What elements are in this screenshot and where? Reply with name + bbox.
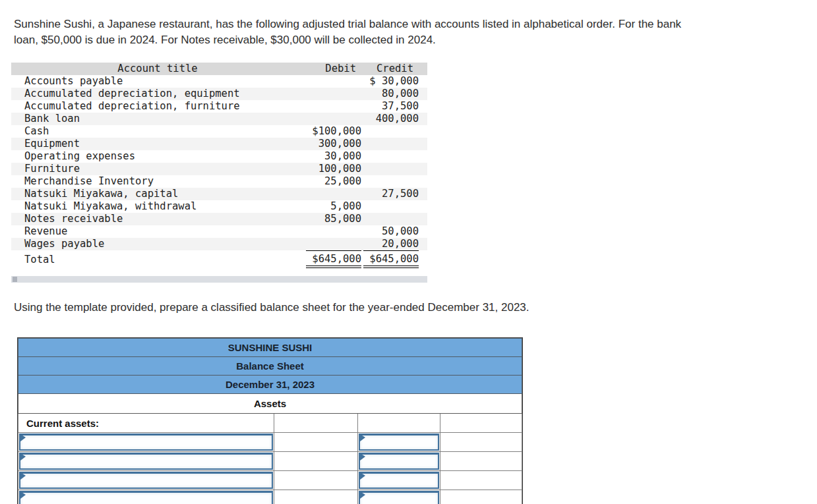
- dropdown-triangle-icon: [20, 434, 26, 441]
- horizontal-scrollbar[interactable]: [11, 276, 427, 283]
- table-row: Operating expenses 30,000: [11, 150, 427, 163]
- instruction-text: Using the template provided, prepare a c…: [14, 301, 530, 314]
- credit-value: 37,500: [361, 100, 419, 113]
- credit-value: [361, 175, 419, 188]
- section-header-assets: Assets: [18, 394, 522, 414]
- table-row: Equipment 300,000: [11, 138, 427, 150]
- empty-cell: [440, 414, 522, 433]
- account-name: Equipment: [11, 138, 304, 150]
- table-row: Accounts payable $ 30,000: [11, 75, 427, 88]
- credit-value: 27,500: [361, 188, 419, 200]
- table-row: Natsuki Miyakawa, withdrawal 5,000: [11, 200, 427, 213]
- debit-value: [304, 88, 361, 100]
- entry-row: [18, 433, 522, 452]
- column-header-debit: Debit: [304, 63, 361, 75]
- entry-row: [18, 452, 522, 471]
- table-row: Merchandise Inventory 25,000: [11, 175, 427, 188]
- total-debit: $645,000: [306, 250, 361, 268]
- account-name: Wages payable: [11, 238, 304, 250]
- empty-cell: [440, 433, 522, 452]
- amount-entry-cell[interactable]: [359, 491, 439, 504]
- account-name: Accumulated depreciation, equipment: [11, 88, 304, 100]
- empty-cell: [274, 452, 358, 471]
- current-assets-row: Current assets:: [18, 414, 522, 433]
- empty-cell: [274, 414, 358, 433]
- statement-title: Balance Sheet: [18, 357, 522, 376]
- account-name: Bank loan: [11, 113, 304, 125]
- account-name: Furniture: [11, 163, 304, 175]
- template-header-company: SUNSHINE SUSHI: [18, 339, 522, 357]
- total-label: Total: [11, 250, 304, 270]
- account-entry-cell[interactable]: [19, 491, 273, 504]
- trial-balance-header-row: Account title Debit Credit: [11, 63, 427, 75]
- debit-value: 25,000: [304, 175, 361, 188]
- account-entry-cell[interactable]: [19, 472, 273, 489]
- credit-value: [361, 125, 419, 138]
- column-header-account-title: Account title: [11, 63, 304, 75]
- debit-value: 30,000: [304, 150, 361, 163]
- table-row: Wages payable 20,000: [11, 238, 427, 250]
- total-row: Total $645,000 $645,000: [11, 250, 427, 270]
- dropdown-triangle-icon: [360, 434, 365, 441]
- debit-value: [304, 225, 361, 238]
- entry-row: [18, 471, 522, 490]
- table-row: Accumulated depreciation, furniture 37,5…: [11, 100, 427, 113]
- table-row: Cash $100,000: [11, 125, 427, 138]
- account-entry-cell[interactable]: [19, 434, 273, 451]
- table-row: Furniture 100,000: [11, 163, 427, 175]
- account-name: Revenue: [11, 225, 304, 238]
- amount-entry-cell[interactable]: [359, 434, 439, 451]
- debit-value: [304, 75, 361, 88]
- dropdown-triangle-icon: [20, 472, 26, 480]
- credit-value: [361, 150, 419, 163]
- dropdown-triangle-icon: [360, 491, 365, 499]
- problem-statement: Sunshine Sushi, a Japanese restaurant, h…: [14, 16, 681, 47]
- debit-value: [304, 188, 361, 200]
- template-header-statement: Balance Sheet: [18, 357, 522, 376]
- debit-value: $100,000: [304, 125, 361, 138]
- credit-value: 50,000: [361, 225, 419, 238]
- account-entry-cell[interactable]: [19, 453, 273, 470]
- credit-value: $ 30,000: [361, 75, 419, 88]
- empty-cell: [440, 471, 522, 490]
- credit-value: 20,000: [361, 238, 419, 250]
- account-name: Accounts payable: [11, 75, 304, 88]
- debit-value: [304, 238, 361, 250]
- scrollbar-thumb[interactable]: [13, 277, 17, 282]
- account-name: Operating expenses: [11, 150, 304, 163]
- credit-value: [361, 200, 419, 213]
- current-assets-label: Current assets:: [18, 414, 274, 433]
- account-name: Natsuki Miyakawa, capital: [11, 188, 304, 200]
- table-row: Accumulated depreciation, equipment 80,0…: [11, 88, 427, 100]
- account-name: Natsuki Miyakawa, withdrawal: [11, 200, 304, 213]
- account-name: Cash: [11, 125, 304, 138]
- amount-entry-cell[interactable]: [359, 472, 439, 489]
- table-row: Bank loan 400,000: [11, 113, 427, 125]
- empty-cell: [440, 490, 522, 504]
- amount-entry-cell[interactable]: [359, 453, 439, 470]
- credit-value: [361, 213, 419, 225]
- problem-statement-line2: loan, $50,000 is due in 2024. For Notes …: [14, 32, 681, 48]
- empty-cell: [440, 452, 522, 471]
- empty-cell: [274, 433, 358, 452]
- account-name: Merchandise Inventory: [11, 175, 304, 188]
- template-header-date: December 31, 2023: [18, 376, 522, 394]
- entry-row: [18, 490, 522, 504]
- debit-value: 100,000: [304, 163, 361, 175]
- total-credit: $645,000: [363, 250, 419, 268]
- balance-sheet-template: SUNSHINE SUSHI Balance Sheet December 31…: [18, 338, 522, 504]
- empty-cell: [274, 490, 358, 504]
- credit-value: [361, 138, 419, 150]
- section-title: Assets: [18, 394, 522, 414]
- debit-value: [304, 100, 361, 113]
- company-name: SUNSHINE SUSHI: [18, 339, 522, 357]
- debit-value: 85,000: [304, 213, 361, 225]
- empty-cell: [274, 471, 358, 490]
- dropdown-triangle-icon: [20, 491, 26, 499]
- credit-value: 80,000: [361, 88, 419, 100]
- dropdown-triangle-icon: [360, 453, 365, 461]
- debit-value: [304, 113, 361, 125]
- table-row: Natsuki Miyakawa, capital 27,500: [11, 188, 427, 200]
- problem-statement-line1: Sunshine Sushi, a Japanese restaurant, h…: [14, 16, 681, 32]
- debit-value: 5,000: [304, 200, 361, 213]
